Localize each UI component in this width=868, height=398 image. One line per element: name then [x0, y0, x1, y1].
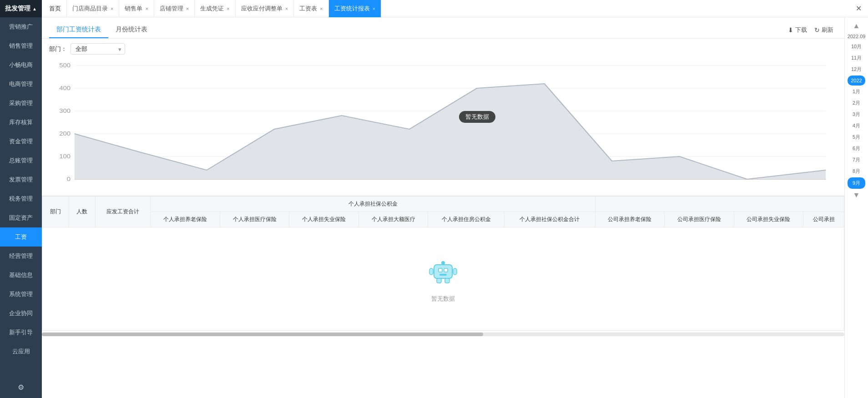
tab-gen[interactable]: 生成凭证×: [195, 0, 235, 17]
tab-goods[interactable]: 门店商品目录×: [67, 0, 119, 17]
sidebar-item-fpgl[interactable]: 发票管理: [0, 170, 42, 189]
settings-button[interactable]: ⚙: [0, 377, 42, 398]
svg-text:200: 200: [59, 131, 71, 136]
sidebar-item-xsyd[interactable]: 新手引导: [0, 323, 42, 342]
sidebar-item-zjgl[interactable]: 资金管理: [0, 132, 42, 151]
sidebar: 批发管理 ▲ 营销推广销售管理小畅电商电商管理采购管理库存核算资金管理总账管理发…: [0, 0, 42, 398]
svg-text:0: 0: [67, 176, 71, 182]
sidebar-item-yyyf[interactable]: 云应用: [0, 342, 42, 361]
sidebar-item-dsgf[interactable]: 电商管理: [0, 75, 42, 94]
timeline-month-6[interactable]: 6月: [845, 143, 868, 154]
timeline-month-11[interactable]: 11月: [845, 52, 868, 64]
salary-table: 部门 人数 应发工资合计 个人承担社保公积金 个人承担养老保险 个人承担医疗保险…: [42, 196, 844, 331]
timeline-month-5[interactable]: 5月: [845, 131, 868, 143]
col-personal-housing: 个人承担住房公积金: [428, 212, 505, 227]
tab-close-sales[interactable]: ×: [145, 6, 148, 11]
timeline-month-4[interactable]: 4月: [845, 120, 868, 131]
tab-salary[interactable]: 工资表×: [294, 0, 328, 17]
col-personal-insurance-group: 个人承担社保公积金: [151, 196, 595, 212]
close-all-tabs-button[interactable]: ✕: [851, 4, 866, 13]
tab-store[interactable]: 店铺管理×: [154, 0, 195, 17]
svg-rect-16: [439, 274, 447, 276]
no-data-robot-icon: [425, 255, 461, 291]
timeline-month-2[interactable]: 2月: [845, 97, 868, 109]
sidebar-item-xtgl[interactable]: 系统管理: [0, 285, 42, 304]
timeline-month-10[interactable]: 10月: [845, 41, 868, 52]
refresh-button[interactable]: ↻ 刷新: [814, 26, 833, 34]
svg-rect-22: [445, 278, 449, 283]
timeline-year-2022[interactable]: 2022: [848, 76, 865, 86]
col-company-insurance-group: [595, 196, 844, 212]
svg-rect-14: [439, 268, 442, 272]
svg-text:500: 500: [59, 62, 71, 68]
tab-close-salary[interactable]: ×: [320, 6, 323, 11]
sidebar-item-kchs[interactable]: 库存核算: [0, 113, 42, 132]
tab-month-stats[interactable]: 月份统计表: [108, 22, 155, 38]
svg-text:300: 300: [59, 108, 71, 114]
timeline-month-12[interactable]: 12月: [845, 64, 868, 75]
tab-close-goods[interactable]: ×: [111, 6, 113, 11]
col-dept: 部门: [42, 196, 69, 227]
main-area: 首页门店商品目录×销售单×店铺管理×生成凭证×应收应付调整单×工资表×工资统计报…: [42, 0, 868, 398]
tab-close-argl[interactable]: ×: [285, 6, 288, 11]
sidebar-item-jcxx[interactable]: 基础信息: [0, 266, 42, 285]
sidebar-item-xpds[interactable]: 小畅电商: [0, 55, 42, 75]
tab-dept-salary[interactable]: 部门工资统计表: [49, 22, 108, 38]
tab-statis[interactable]: 工资统计报表×: [329, 0, 381, 17]
timeline-up-button[interactable]: ▲: [851, 20, 862, 32]
tab-sales[interactable]: 销售单×: [119, 0, 154, 17]
timeline-down-button[interactable]: ▼: [851, 189, 862, 201]
salary-chart: 500 400 300 200 100 0: [49, 59, 837, 196]
sidebar-item-jygl[interactable]: 经营管理: [0, 247, 42, 266]
col-company-medical: 公司承担医疗保险: [665, 212, 734, 227]
col-personal-pension: 个人承担养老保险: [151, 212, 220, 227]
no-data-cell: 暂无数据: [42, 227, 844, 331]
col-headcount: 人数: [69, 196, 96, 227]
chart-area: 500 400 300 200 100 0: [49, 59, 837, 196]
content-area: 部门工资统计表 月份统计表 ⬇ 下载 ↻ 刷新 部门：: [42, 17, 868, 398]
col-company-pension: 公司承担养老保险: [595, 212, 664, 227]
sidebar-item-gdzy[interactable]: 固定资产: [0, 208, 42, 227]
tab-close-gen[interactable]: ×: [227, 6, 229, 11]
sidebar-title: 批发管理: [5, 5, 30, 13]
timeline-month-7[interactable]: 7月: [845, 154, 868, 166]
sidebar-item-yxtt[interactable]: 营销推广: [0, 17, 42, 36]
sidebar-item-zzgl[interactable]: 总账管理: [0, 151, 42, 170]
svg-rect-19: [429, 268, 433, 275]
timeline-current-year: 2022.09: [845, 32, 868, 41]
timeline-month-9[interactable]: 9月: [848, 177, 865, 189]
tab-argl[interactable]: 应收应付调整单×: [236, 0, 294, 17]
sidebar-item-xsgf[interactable]: 销售管理: [0, 36, 42, 55]
timeline-month-3[interactable]: 3月: [845, 109, 868, 120]
sidebar-item-cggl[interactable]: 采购管理: [0, 94, 42, 113]
page-body: 部门工资统计表 月份统计表 ⬇ 下载 ↻ 刷新 部门：: [42, 17, 844, 398]
col-personal-total: 个人承担社保公积金合计: [505, 212, 595, 227]
dept-filter-label: 部门：: [49, 45, 67, 53]
tab-close-statis[interactable]: ×: [373, 6, 375, 11]
svg-rect-21: [437, 278, 441, 283]
col-personal-major-medical: 个人承担大额医疗: [358, 212, 428, 227]
tab-home[interactable]: 首页: [44, 0, 67, 17]
dept-select[interactable]: 全部: [71, 43, 125, 55]
timeline-month-1[interactable]: 1月: [845, 86, 868, 97]
table-wrapper: 部门 人数 应发工资合计 个人承担社保公积金 个人承担养老保险 个人承担医疗保险…: [42, 196, 844, 398]
svg-rect-13: [434, 265, 452, 278]
no-data-label: 暂无数据: [431, 295, 455, 303]
dept-select-wrapper[interactable]: 全部: [71, 43, 125, 55]
tabbar: 首页门店商品目录×销售单×店铺管理×生成凭证×应收应付调整单×工资表×工资统计报…: [42, 0, 868, 17]
col-personal-medical: 个人承担医疗保险: [220, 212, 289, 227]
sidebar-item-swgl[interactable]: 税务管理: [0, 189, 42, 208]
sidebar-item-qyxt[interactable]: 企业协同: [0, 304, 42, 323]
tab-close-store[interactable]: ×: [186, 6, 189, 11]
download-button[interactable]: ⬇ 下载: [788, 26, 807, 34]
svg-rect-15: [444, 268, 448, 272]
col-personal-unemployment: 个人承担失业保险: [289, 212, 358, 227]
gear-icon: ⚙: [18, 383, 24, 391]
timeline-month-8[interactable]: 8月: [845, 166, 868, 177]
col-total-salary: 应发工资合计: [96, 196, 151, 227]
sidebar-item-gz[interactable]: 工资: [0, 227, 42, 247]
download-icon: ⬇: [788, 26, 793, 34]
sidebar-header[interactable]: 批发管理 ▲: [0, 0, 42, 17]
refresh-icon: ↻: [814, 26, 820, 34]
timeline-panel: ▲ 2022.09 10月 11月 12月 2022 1月 2月 3月 4月 5…: [844, 17, 868, 398]
